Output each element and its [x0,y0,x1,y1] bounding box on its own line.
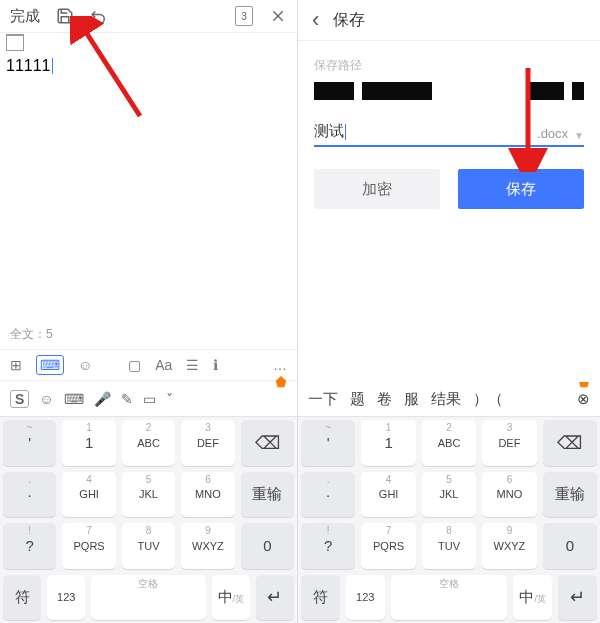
extension-dropdown-icon[interactable]: ▼ [574,130,584,141]
key-ABC[interactable]: 2ABC [422,420,476,466]
key-·[interactable]: .· [301,472,355,518]
font-icon[interactable]: Aa [155,357,172,373]
apps-icon[interactable]: ⊞ [10,357,22,373]
key-符[interactable]: 符 [3,575,41,621]
ime-candidate[interactable]: ）（ [473,390,503,409]
page-count-icon[interactable]: 3 [235,6,253,26]
ime-candidate[interactable]: 卷 [377,390,392,409]
done-button[interactable]: 完成 [10,7,40,26]
key-WXYZ[interactable]: 9WXYZ [482,523,536,569]
key-'[interactable]: ~' [3,420,56,466]
ime-candidate[interactable]: 题 [350,390,365,409]
key-0[interactable]: 0 [543,523,597,569]
key-?[interactable]: !? [301,523,355,569]
document-content: 11111 [6,57,51,75]
key-GHI[interactable]: 4GHI [361,472,415,518]
key-'[interactable]: ~' [301,420,355,466]
ime-logo-icon[interactable]: S [10,390,29,408]
key-PQRS[interactable]: 7PQRS [62,523,115,569]
back-icon[interactable]: ‹ [312,7,319,33]
key-ABC[interactable]: 2ABC [122,420,175,466]
paragraph-icon[interactable]: ☰ [186,357,199,373]
save-path-label: 保存路径 [298,41,600,78]
ruler-tab-icon [6,34,24,51]
document-editor[interactable]: 11111 [6,34,291,75]
key-MNO[interactable]: 6MNO [181,472,234,518]
key-中/英[interactable]: 中/英 [212,575,250,621]
key-TUV[interactable]: 8TUV [422,523,476,569]
ime-expand-icon[interactable]: ˅ [166,391,173,407]
encrypt-button[interactable]: 加密 [314,169,440,209]
ime-candidate[interactable]: 结果 [431,390,461,409]
box-icon[interactable]: ▢ [128,357,141,373]
text-caret [52,58,53,74]
key-space[interactable]: 空格 [91,575,205,621]
ime-fox-icon [576,382,592,390]
format-toolbar: ⊞ ⌨ ☺ ▢ Aa ☰ ℹ … [0,349,297,381]
key-重输[interactable]: 重输 [543,472,597,518]
key-↵[interactable]: ↵ [558,575,597,621]
key-1[interactable]: 11 [361,420,415,466]
ime-keyboard-icon[interactable]: ⌨ [64,391,84,407]
ime-candidates: 一下 题 卷 服 结果 ）（ ⊗ [298,382,600,417]
key-123[interactable]: 123 [47,575,85,621]
key-1[interactable]: 11 [62,420,115,466]
file-extension[interactable]: .docx [537,126,568,141]
key-0[interactable]: 0 [241,523,294,569]
key-·[interactable]: .· [3,472,56,518]
soft-keyboard: ~'112ABC3DEF⌫.·4GHI5JKL6MNO重输!?7PQRS8TUV… [0,417,297,623]
undo-icon[interactable] [90,7,108,25]
key-GHI[interactable]: 4GHI [62,472,115,518]
more-icon[interactable]: … [273,357,287,373]
ime-emoji-icon[interactable]: ☺ [39,391,53,407]
key-DEF[interactable]: 3DEF [482,420,536,466]
key-WXYZ[interactable]: 9WXYZ [181,523,234,569]
emoji-icon[interactable]: ☺ [78,357,92,373]
close-icon[interactable] [269,7,287,25]
key-⌫[interactable]: ⌫ [543,420,597,466]
key-符[interactable]: 符 [301,575,340,621]
key-TUV[interactable]: 8TUV [122,523,175,569]
soft-keyboard: ~'112ABC3DEF⌫.·4GHI5JKL6MNO重输!?7PQRS8TUV… [298,417,600,623]
panel-title: 保存 [333,10,365,31]
ime-fox-icon [273,374,289,390]
key-⌫[interactable]: ⌫ [241,420,294,466]
ime-candidate[interactable]: 一下 [308,390,338,409]
key-123[interactable]: 123 [346,575,385,621]
key-space[interactable]: 空格 [391,575,508,621]
key-重输[interactable]: 重输 [241,472,294,518]
ime-candidate[interactable]: 服 [404,390,419,409]
image-icon[interactable]: ℹ [213,357,218,373]
save-icon[interactable] [56,7,74,25]
save-button[interactable]: 保存 [458,169,584,209]
key-JKL[interactable]: 5JKL [422,472,476,518]
key-?[interactable]: !? [3,523,56,569]
key-JKL[interactable]: 5JKL [122,472,175,518]
key-↵[interactable]: ↵ [256,575,294,621]
save-path-field[interactable] [314,78,584,104]
key-DEF[interactable]: 3DEF [181,420,234,466]
ime-toolbar: S ☺ ⌨ 🎤 ✎ ▭ ˅ [0,382,297,417]
ime-clipboard-icon[interactable]: ▭ [143,391,156,407]
ime-mic-icon[interactable]: 🎤 [94,391,111,407]
ime-delete-icon[interactable]: ⊗ [577,390,590,408]
key-PQRS[interactable]: 7PQRS [361,523,415,569]
keyboard-toggle-icon[interactable]: ⌨ [36,355,64,375]
filename-input[interactable]: 测试 [314,122,537,141]
key-中/英[interactable]: 中/英 [513,575,552,621]
key-MNO[interactable]: 6MNO [482,472,536,518]
ime-handwrite-icon[interactable]: ✎ [121,391,133,407]
word-count-status: 全文：5 [10,326,53,343]
